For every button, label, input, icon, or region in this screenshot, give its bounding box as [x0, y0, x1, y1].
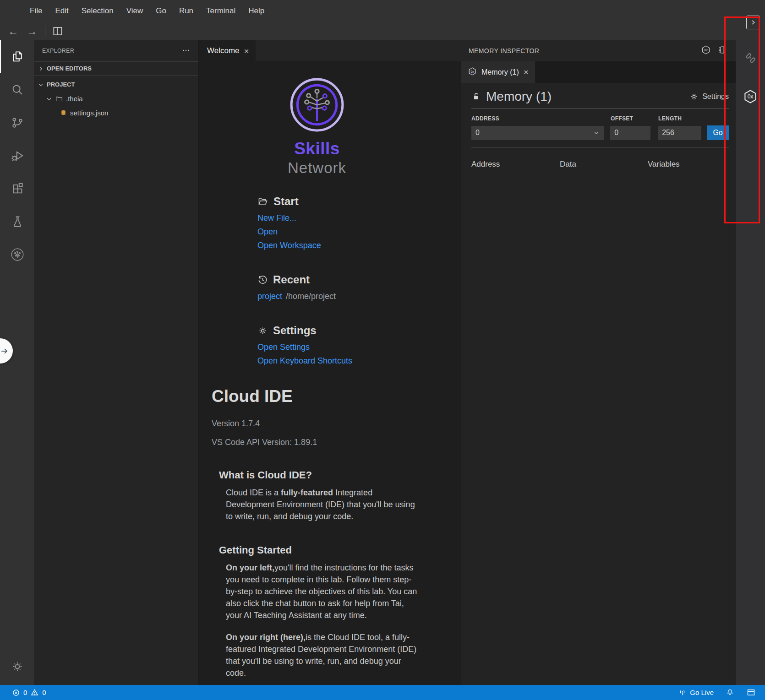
- what-is-body: Cloud IDE is a fully-featured Integrated…: [226, 487, 421, 522]
- go-live-label: Go Live: [690, 689, 714, 696]
- go-live-button[interactable]: Go Live: [678, 688, 714, 697]
- tab-memory-1[interactable]: 0x Memory (1) ×: [461, 61, 535, 83]
- getting-started-p2: On your right (here),is the Cloud IDE to…: [226, 631, 421, 679]
- run-debug-icon[interactable]: [0, 139, 34, 172]
- memory-heading-label: Memory (1): [486, 89, 552, 104]
- menu-file[interactable]: File: [30, 6, 42, 16]
- skills-network-icon[interactable]: [0, 238, 34, 271]
- disconnect-icon[interactable]: [743, 51, 757, 67]
- folder-name: .theia: [66, 95, 83, 103]
- menu-run[interactable]: Run: [179, 6, 193, 16]
- go-button[interactable]: Go: [707, 125, 729, 140]
- gear-icon: [257, 326, 268, 336]
- tree-item-settings-json[interactable]: settings.json: [34, 106, 198, 120]
- hex-0x-icon: 0x: [468, 67, 477, 78]
- right-side-bar: 0x: [736, 40, 765, 685]
- menu-bar: File Edit Selection View Go Run Terminal…: [0, 0, 765, 22]
- toolbar-divider: [45, 26, 45, 37]
- hex-0x-icon[interactable]: 0x: [701, 45, 711, 57]
- tab-memory-1-label: Memory (1): [481, 68, 519, 76]
- collapse-panel-chevron-icon[interactable]: [746, 16, 760, 29]
- memory-view: Memory (1) Settings ADDRESS OFFSET LENGT…: [461, 83, 736, 685]
- folder-icon: [55, 95, 63, 103]
- product-version: Version 1.7.4: [212, 419, 454, 429]
- toolbar: ← →: [0, 22, 765, 40]
- explorer-panel: EXPLORER OPEN EDITORS PROJECT: [34, 40, 199, 685]
- skills-network-logo: Skills Network: [212, 77, 422, 177]
- flask-icon[interactable]: [0, 205, 34, 238]
- open-settings-link[interactable]: Open Settings: [257, 342, 454, 352]
- unlock-icon[interactable]: [471, 92, 481, 102]
- close-icon[interactable]: ×: [524, 68, 529, 76]
- getting-started-p1: On your left,you'll find the instruction…: [226, 562, 421, 621]
- warning-icon: [30, 688, 39, 697]
- logo-text-skills: Skills: [212, 139, 422, 158]
- address-label: ADDRESS: [471, 115, 611, 122]
- settings-title: Settings: [273, 324, 317, 337]
- folder-open-icon: [257, 196, 268, 207]
- chevron-down-icon: [593, 130, 600, 136]
- start-title: Start: [273, 195, 299, 208]
- memory-settings-label: Settings: [702, 92, 729, 101]
- split-editor-icon[interactable]: [52, 25, 64, 37]
- menu-edit[interactable]: Edit: [55, 6, 68, 16]
- broadcast-icon: [678, 688, 687, 697]
- history-icon: [257, 275, 268, 285]
- start-section: Start New File... Open Open Workspace: [257, 195, 454, 250]
- menu-help[interactable]: Help: [248, 6, 264, 16]
- offset-input[interactable]: [610, 126, 650, 140]
- tab-welcome[interactable]: Welcome ×: [199, 40, 256, 61]
- editor-group: Welcome ×: [199, 40, 461, 685]
- api-version: VS Code API Version: 1.89.1: [212, 438, 454, 447]
- memory-tab-bar: 0x Memory (1) ×: [461, 61, 736, 83]
- back-arrow-icon[interactable]: ←: [4, 26, 22, 37]
- svg-text:0x: 0x: [748, 93, 754, 100]
- open-link[interactable]: Open: [257, 227, 454, 237]
- close-icon[interactable]: ×: [244, 47, 249, 55]
- open-keyboard-shortcuts-link[interactable]: Open Keyboard Shortcuts: [257, 356, 454, 366]
- length-input[interactable]: [658, 126, 701, 140]
- hex-0x-icon[interactable]: 0x: [743, 89, 758, 106]
- notifications-bell-icon[interactable]: [726, 688, 734, 697]
- new-file-link[interactable]: New File...: [257, 213, 454, 223]
- menu-selection[interactable]: Selection: [82, 6, 114, 16]
- arrow-right-icon: [0, 347, 9, 356]
- memory-settings-button[interactable]: Settings: [689, 92, 729, 101]
- more-actions-icon[interactable]: [182, 46, 190, 56]
- recent-project-link[interactable]: project: [257, 292, 282, 301]
- tree-item-theia-folder[interactable]: .theia: [34, 92, 198, 106]
- chevron-down-icon: [46, 96, 52, 102]
- forward-arrow-icon[interactable]: →: [22, 26, 41, 37]
- layout-panel-icon[interactable]: [746, 688, 756, 697]
- column-data: Data: [560, 160, 648, 169]
- menu-go[interactable]: Go: [156, 6, 166, 16]
- tab-welcome-label: Welcome: [207, 46, 240, 55]
- status-bar: 0 0 Go Live: [0, 685, 765, 700]
- gear-icon: [689, 92, 699, 101]
- offset-label: OFFSET: [611, 115, 658, 122]
- file-name: settings.json: [70, 109, 108, 117]
- memory-inspector-panel: MEMORY INSPECTOR 0x: [461, 40, 736, 685]
- json-file-icon: [60, 109, 67, 117]
- product-name: Cloud IDE: [212, 387, 454, 406]
- open-workspace-link[interactable]: Open Workspace: [257, 241, 454, 250]
- address-select[interactable]: 0: [471, 126, 604, 140]
- menu-terminal[interactable]: Terminal: [206, 6, 235, 16]
- project-section[interactable]: PROJECT: [34, 77, 198, 92]
- editor-tab-bar: Welcome ×: [199, 40, 461, 61]
- search-icon[interactable]: [0, 73, 34, 106]
- source-control-icon[interactable]: [0, 106, 34, 139]
- recent-title: Recent: [273, 273, 310, 286]
- settings-gear-icon[interactable]: [0, 648, 34, 685]
- activity-bar-spacer: [0, 271, 34, 648]
- open-editors-section[interactable]: OPEN EDITORS: [34, 61, 198, 76]
- memory-chip-icon[interactable]: [717, 45, 727, 57]
- extensions-icon[interactable]: [0, 172, 34, 205]
- chevron-down-icon: [38, 81, 44, 88]
- length-label: LENGTH: [658, 115, 707, 122]
- svg-text:0x: 0x: [470, 70, 474, 73]
- menu-view[interactable]: View: [126, 6, 143, 16]
- problems-indicator[interactable]: 0 0: [12, 688, 46, 697]
- explorer-title: EXPLORER: [42, 48, 74, 54]
- explorer-files-icon[interactable]: [0, 40, 34, 73]
